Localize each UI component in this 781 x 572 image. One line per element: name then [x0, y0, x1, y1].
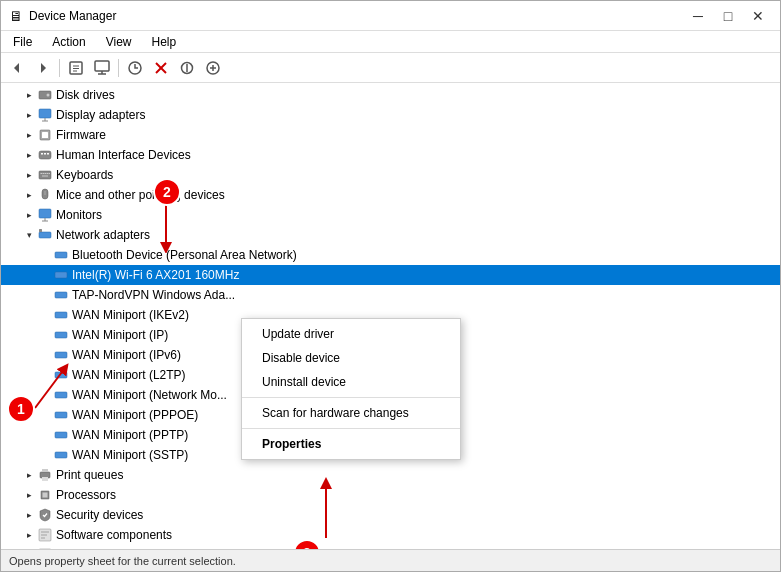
item-label-tap-nordvpn: TAP-NordVPN Windows Ada...	[72, 288, 235, 302]
uninstall-toolbar-button[interactable]	[149, 56, 173, 80]
window-title: Device Manager	[29, 9, 116, 23]
ctx-properties[interactable]: Properties	[242, 432, 460, 456]
title-bar-left: 🖥 Device Manager	[9, 8, 116, 24]
expand-icon-intel-wifi[interactable]	[37, 267, 53, 283]
tree-item-software-devices[interactable]: ▸Software devices	[1, 545, 780, 549]
properties-toolbar-button[interactable]	[64, 56, 88, 80]
svg-rect-57	[43, 493, 48, 498]
item-icon-network-adapters	[37, 227, 53, 243]
expand-icon-processors[interactable]: ▸	[21, 487, 37, 503]
expand-icon-display-adapters[interactable]: ▸	[21, 107, 37, 123]
item-label-software-components: Software components	[56, 528, 172, 542]
expand-icon-human-interface[interactable]: ▸	[21, 147, 37, 163]
svg-rect-6	[95, 61, 109, 71]
item-label-monitors: Monitors	[56, 208, 102, 222]
expand-icon-wan-sstp[interactable]	[37, 447, 53, 463]
back-button[interactable]	[5, 56, 29, 80]
scan-toolbar-button[interactable]	[90, 56, 114, 80]
ctx-uninstall-device[interactable]: Uninstall device	[242, 370, 460, 394]
svg-rect-37	[39, 209, 51, 218]
svg-rect-41	[39, 229, 42, 232]
expand-icon-disk-drives[interactable]: ▸	[21, 87, 37, 103]
tree-item-mice[interactable]: ▸Mice and other pointing devices	[1, 185, 780, 205]
svg-rect-28	[39, 171, 51, 179]
menu-help[interactable]: Help	[144, 33, 185, 51]
maximize-button[interactable]: □	[714, 5, 742, 27]
tree-item-tap-nordvpn[interactable]: TAP-NordVPN Windows Ada...	[1, 285, 780, 305]
expand-icon-wan-ip[interactable]	[37, 327, 53, 343]
item-icon-wan-sstp	[53, 447, 69, 463]
tree-item-firmware[interactable]: ▸Firmware	[1, 125, 780, 145]
expand-icon-monitors[interactable]: ▸	[21, 207, 37, 223]
tree-item-intel-wifi[interactable]: Intel(R) Wi-Fi 6 AX201 160MHz	[1, 265, 780, 285]
svg-marker-1	[41, 63, 46, 73]
item-label-print-queues: Print queues	[56, 468, 123, 482]
svg-rect-51	[55, 432, 67, 438]
disable-toolbar-button[interactable]	[175, 56, 199, 80]
expand-icon-wan-pptp[interactable]	[37, 427, 53, 443]
svg-rect-46	[55, 332, 67, 338]
expand-icon-print-queues[interactable]: ▸	[21, 467, 37, 483]
expand-icon-software-components[interactable]: ▸	[21, 527, 37, 543]
close-button[interactable]: ✕	[744, 5, 772, 27]
ctx-sep-1	[242, 397, 460, 398]
expand-icon-wan-ipv6[interactable]	[37, 347, 53, 363]
expand-icon-wan-network-mon[interactable]	[37, 387, 53, 403]
item-label-processors: Processors	[56, 488, 116, 502]
status-text: Opens property sheet for the current sel…	[9, 555, 236, 567]
item-icon-mice	[37, 187, 53, 203]
svg-rect-50	[55, 412, 67, 418]
forward-button[interactable]	[31, 56, 55, 80]
expand-icon-security-devices[interactable]: ▸	[21, 507, 37, 523]
item-label-security-devices: Security devices	[56, 508, 143, 522]
ctx-scan-hardware[interactable]: Scan for hardware changes	[242, 401, 460, 425]
item-label-firmware: Firmware	[56, 128, 106, 142]
svg-rect-54	[42, 469, 48, 472]
expand-icon-software-devices[interactable]: ▸	[21, 547, 37, 549]
expand-icon-firmware[interactable]: ▸	[21, 127, 37, 143]
tree-item-monitors[interactable]: ▸Monitors	[1, 205, 780, 225]
svg-rect-33	[49, 173, 51, 174]
expand-icon-wan-pppoe[interactable]	[37, 407, 53, 423]
tree-item-disk-drives[interactable]: ▸Disk drives	[1, 85, 780, 105]
item-label-wan-pptp: WAN Miniport (PPTP)	[72, 428, 188, 442]
svg-marker-0	[14, 63, 19, 73]
ctx-sep-2	[242, 428, 460, 429]
item-label-network-adapters: Network adapters	[56, 228, 150, 242]
menu-view[interactable]: View	[98, 33, 140, 51]
menu-action[interactable]: Action	[44, 33, 93, 51]
expand-icon-tap-nordvpn[interactable]	[37, 287, 53, 303]
ctx-update-driver[interactable]: Update driver	[242, 322, 460, 346]
item-icon-processors	[37, 487, 53, 503]
expand-icon-network-adapters[interactable]: ▾	[21, 227, 37, 243]
tree-item-processors[interactable]: ▸Processors	[1, 485, 780, 505]
svg-rect-44	[55, 292, 67, 298]
item-label-wan-ipv6: WAN Miniport (IPv6)	[72, 348, 181, 362]
tree-view[interactable]: ▸Disk drives▸Display adapters▸Firmware▸H…	[1, 83, 780, 549]
tree-item-print-queues[interactable]: ▸Print queues	[1, 465, 780, 485]
expand-icon-keyboards[interactable]: ▸	[21, 167, 37, 183]
expand-icon-mice[interactable]: ▸	[21, 187, 37, 203]
item-icon-software-devices	[37, 547, 53, 549]
item-icon-bluetooth	[53, 247, 69, 263]
tree-item-display-adapters[interactable]: ▸Display adapters	[1, 105, 780, 125]
tree-item-software-components[interactable]: ▸Software components	[1, 525, 780, 545]
svg-rect-23	[42, 132, 48, 138]
add-hardware-button[interactable]	[201, 56, 225, 80]
menu-file[interactable]: File	[5, 33, 40, 51]
minimize-button[interactable]: ─	[684, 5, 712, 27]
ctx-disable-device[interactable]: Disable device	[242, 346, 460, 370]
svg-rect-32	[47, 173, 49, 174]
menu-bar: File Action View Help	[1, 31, 780, 53]
tree-item-security-devices[interactable]: ▸Security devices	[1, 505, 780, 525]
expand-icon-wan-l2tp[interactable]	[37, 367, 53, 383]
expand-icon-bluetooth[interactable]	[37, 247, 53, 263]
svg-rect-49	[55, 392, 67, 398]
tree-item-human-interface[interactable]: ▸Human Interface Devices	[1, 145, 780, 165]
update-toolbar-button[interactable]	[123, 56, 147, 80]
tree-item-network-adapters[interactable]: ▾Network adapters	[1, 225, 780, 245]
tree-item-keyboards[interactable]: ▸Keyboards	[1, 165, 780, 185]
tree-item-bluetooth[interactable]: Bluetooth Device (Personal Area Network)	[1, 245, 780, 265]
item-icon-wan-pppoe	[53, 407, 69, 423]
expand-icon-wan-ikev2[interactable]	[37, 307, 53, 323]
